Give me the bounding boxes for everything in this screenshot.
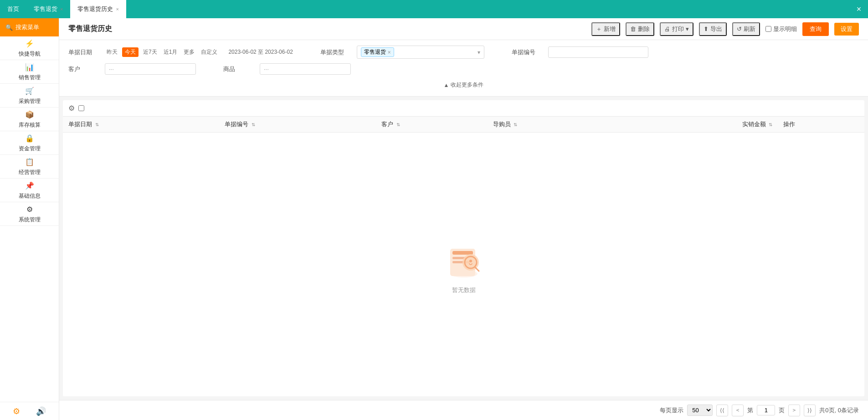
sidebar-search-label: 搜索菜单 <box>15 23 39 31</box>
table-toolbar: ⚙ <box>63 100 864 117</box>
delete-button[interactable]: 🗑 删除 <box>626 22 654 36</box>
tab-retail-return-history-close[interactable]: × <box>116 6 118 12</box>
tab-retail-return-label: 零售退货 <box>34 5 57 13</box>
window-close-button[interactable]: × <box>850 0 868 18</box>
type-filter-box[interactable]: 零售退货 × ▾ <box>357 46 484 59</box>
table-settings-icon[interactable]: ⚙ <box>68 104 75 113</box>
customer-input[interactable]: ··· <box>105 63 196 75</box>
sidebar-item-basic-info[interactable]: 📌 基础信息 <box>0 179 59 202</box>
tab-retail-return-history-label: 零售退货历史 <box>77 5 113 13</box>
date-opt-more[interactable]: 更多 <box>182 47 196 57</box>
sidebar-item-quick-nav[interactable]: ⚡ 快捷导航 <box>0 36 59 60</box>
date-opt-1month[interactable]: 近1月 <box>162 47 180 57</box>
type-tag-label: 零售退货 <box>364 48 386 56</box>
search-icon: 🔍 <box>5 24 13 31</box>
page-input[interactable] <box>757 405 775 415</box>
sidebar-item-inventory[interactable]: 📦 库存核算 <box>0 108 59 131</box>
sidebar-item-ops-mgmt[interactable]: 📋 经营管理 <box>0 155 59 179</box>
tab-retail-return-close[interactable]: × <box>60 6 63 12</box>
col-customer-sort-icon[interactable]: ⇅ <box>396 122 400 127</box>
table-area: ⚙ 单据日期 ⇅ 单据编号 ⇅ 客户 <box>63 100 864 396</box>
add-button[interactable]: ＋ 新增 <box>591 22 620 36</box>
goods-placeholder: ··· <box>264 66 269 72</box>
content-area: 零售退货历史 ＋ 新增 🗑 删除 🖨 打印 ▾ ⬆ 导出 <box>59 18 868 420</box>
sidebar-item-capital-mgmt[interactable]: 🔒 资金管理 <box>0 131 59 155</box>
tab-retail-return[interactable]: 零售退货 × <box>26 0 70 18</box>
date-label: 单据日期 <box>68 48 96 56</box>
sidebar-item-purchase-mgmt[interactable]: 🛒 采购管理 <box>0 84 59 108</box>
page-next-button[interactable]: ＞ <box>788 405 800 416</box>
show-detail-checkbox[interactable] <box>765 26 771 32</box>
svg-line-7 <box>475 267 479 271</box>
ops-mgmt-icon: 📋 <box>25 157 35 167</box>
date-opt-7days[interactable]: 近7天 <box>141 47 159 57</box>
sidebar-item-sales-mgmt[interactable]: 📊 销售管理 <box>0 60 59 84</box>
date-opt-today[interactable]: 今天 <box>122 47 139 57</box>
date-opt-yesterday[interactable]: 昨天 <box>105 47 119 57</box>
col-date-label: 单据日期 <box>68 121 92 128</box>
page-last-button[interactable]: ⟩⟩ <box>804 405 816 416</box>
col-guide: 导购员 ⇅ <box>488 117 621 133</box>
sidebar-item-sys-mgmt[interactable]: ⚙ 系统管理 <box>0 202 59 226</box>
voucher-input[interactable] <box>548 46 648 58</box>
purchase-mgmt-icon: 🛒 <box>25 86 35 96</box>
col-date-sort-icon[interactable]: ⇅ <box>95 122 99 127</box>
col-guide-sort-icon[interactable]: ⇅ <box>514 122 517 127</box>
collapse-button[interactable]: ▲ 收起更多条件 <box>438 79 489 91</box>
tab-retail-return-history[interactable]: 零售退货历史 × <box>70 0 126 18</box>
print-button[interactable]: 🖨 打印 ▾ <box>660 22 693 36</box>
page-prev-button[interactable]: ＜ <box>732 405 744 416</box>
main-layout: 🔍 搜索菜单 ⚡ 快捷导航 📊 销售管理 🛒 采购管理 📦 库存核算 🔒 资金管… <box>0 18 868 420</box>
filter-row-2: 客户 ··· 商品 ··· <box>68 63 859 75</box>
delete-icon: 🗑 <box>630 26 636 32</box>
export-icon: ⬆ <box>704 26 709 32</box>
refresh-button[interactable]: ↺ 刷新 <box>732 22 760 36</box>
goods-input[interactable]: ··· <box>260 63 351 75</box>
page-header: 零售退货历史 ＋ 新增 🗑 删除 🖨 打印 ▾ ⬆ 导出 <box>59 18 868 40</box>
col-ops: 操作 <box>778 117 864 133</box>
sidebar-item-sales-mgmt-label: 销售管理 <box>19 74 41 82</box>
query-button[interactable]: 查询 <box>802 22 829 36</box>
type-label: 单据类型 <box>320 48 348 56</box>
refresh-icon: ↺ <box>737 26 742 32</box>
col-customer-label: 客户 <box>381 121 393 128</box>
page-label-prefix: 第 <box>747 406 753 415</box>
filter-area: 单据日期 昨天 今天 近7天 近1月 更多 自定义 2023-06-02 至 2… <box>59 40 868 97</box>
setting-button[interactable]: 设置 <box>834 23 859 36</box>
customer-placeholder: ··· <box>109 66 114 72</box>
collapse-row: ▲ 收起更多条件 <box>68 79 859 91</box>
speaker-icon[interactable]: 🔊 <box>36 406 46 416</box>
filter-row-1: 单据日期 昨天 今天 近7天 近1月 更多 自定义 2023-06-02 至 2… <box>68 46 859 59</box>
sidebar-item-capital-mgmt-label: 资金管理 <box>19 145 41 153</box>
customer-label: 客户 <box>68 65 96 73</box>
empty-icon <box>441 235 487 281</box>
col-amount-sort-icon[interactable]: ⇅ <box>769 122 772 127</box>
col-voucher-sort-icon[interactable]: ⇅ <box>252 122 255 127</box>
print-label: 打印 <box>672 25 684 33</box>
gear-icon[interactable]: ⚙ <box>13 406 20 416</box>
tab-home-label: 首页 <box>7 5 19 13</box>
capital-mgmt-icon: 🔒 <box>25 133 35 143</box>
type-tag: 零售退货 × <box>361 47 394 57</box>
date-options: 昨天 今天 近7天 近1月 更多 自定义 <box>105 47 219 57</box>
col-amount-label: 实销金额 <box>742 121 766 128</box>
sidebar-search[interactable]: 🔍 搜索菜单 <box>0 18 59 36</box>
sys-mgmt-icon: ⚙ <box>25 204 35 214</box>
select-all-checkbox[interactable] <box>78 105 84 111</box>
page-size-select[interactable]: 10 20 50 100 <box>687 405 713 416</box>
date-opt-custom[interactable]: 自定义 <box>199 47 219 57</box>
delete-label: 删除 <box>638 25 650 33</box>
export-button[interactable]: ⬆ 导出 <box>699 22 727 36</box>
export-label: 导出 <box>710 25 722 33</box>
page-first-button[interactable]: ⟨⟨ <box>716 405 728 416</box>
page-label-suffix: 页 <box>779 406 785 415</box>
svg-point-8 <box>469 260 472 262</box>
type-tag-close[interactable]: × <box>388 49 391 56</box>
show-detail-label[interactable]: 显示明细 <box>765 25 797 33</box>
quick-nav-icon: ⚡ <box>25 38 35 48</box>
data-table: 单据日期 ⇅ 单据编号 ⇅ 客户 ⇅ 导购员 ⇅ <box>63 117 864 133</box>
tab-home[interactable]: 首页 <box>0 0 26 18</box>
basic-info-icon: 📌 <box>25 180 35 190</box>
sidebar-item-ops-mgmt-label: 经营管理 <box>19 169 41 176</box>
sidebar-item-sys-mgmt-label: 系统管理 <box>19 216 41 224</box>
